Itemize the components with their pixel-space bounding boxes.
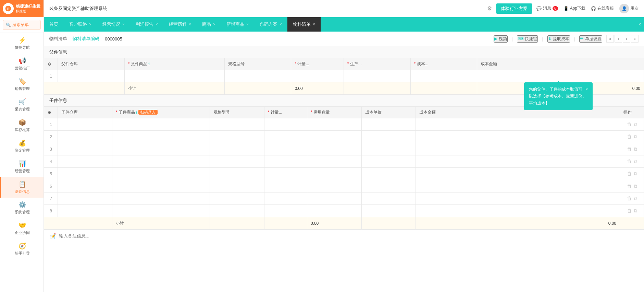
tab-customers[interactable]: 客户联络 × — [64, 17, 97, 32]
child-col-settings[interactable]: ⚙ — [44, 107, 58, 118]
bottom-note-area: 📝 — [44, 230, 644, 242]
tab-new-products-close[interactable]: × — [246, 22, 249, 27]
parent-col-settings[interactable]: ⚙ — [44, 58, 58, 70]
first-doc-button[interactable]: « — [606, 35, 614, 43]
tab-history[interactable]: 经营历程 × — [163, 17, 197, 32]
purchase-label: 采购管理 — [15, 107, 30, 112]
sidebar-item-quick-nav[interactable]: ⚡ 快捷导航 — [0, 33, 44, 54]
app-download-item[interactable]: 📱 App下载 — [564, 5, 585, 11]
breadcrumb: 物料清单 — [49, 36, 67, 42]
tab-products-close[interactable]: × — [213, 22, 215, 27]
parent-col-cost: * 成本... — [410, 58, 477, 70]
child-row-1-warehouse[interactable] — [58, 118, 112, 131]
scan-button[interactable]: 扫码录入 — [138, 110, 158, 115]
child-row-1-quantity[interactable] — [307, 118, 361, 131]
search-menu-button[interactable]: 🔍 搜索菜单 — [3, 20, 41, 30]
delete-icon[interactable]: 🗑 — [627, 146, 632, 152]
tab-bom[interactable]: 物料清单 × — [287, 17, 321, 32]
copy-icon[interactable]: ⧉ — [634, 134, 637, 140]
child-row-1-cost-amount[interactable] — [416, 118, 620, 131]
tab-home[interactable]: 首页 — [44, 17, 64, 32]
child-row-1-unit[interactable] — [264, 118, 307, 131]
child-row-1-product[interactable] — [112, 118, 210, 131]
child-col-quantity: * 需用数量 — [307, 107, 361, 118]
sidebar-item-system[interactable]: ⚙️ 系统管理 — [0, 198, 44, 218]
tab-barcode[interactable]: 条码方案 × — [254, 17, 287, 32]
extract-cost-button[interactable]: ⬇ 提取成本 — [547, 35, 570, 43]
child-row-1-spec[interactable] — [210, 118, 264, 131]
delete-icon[interactable]: 🗑 — [627, 208, 632, 214]
quick-nav-label: 快捷导航 — [15, 45, 30, 50]
nav-tabs: 首页 客户联络 × 经营情况 × 利润报告 × 经营历程 × 商品 × 新增商品… — [44, 17, 644, 32]
note-input[interactable] — [59, 233, 639, 238]
child-row-2-product[interactable] — [112, 131, 210, 143]
parent-row-1-production[interactable] — [344, 70, 410, 82]
user-item[interactable]: 👤 用友 — [619, 4, 639, 13]
delete-icon[interactable]: 🗑 — [627, 183, 632, 189]
child-row-2-warehouse[interactable] — [58, 131, 112, 143]
tab-profit[interactable]: 利润报告 × — [130, 17, 163, 32]
brand-sub: 标准版 — [16, 9, 40, 13]
copy-icon[interactable]: ⧉ — [634, 159, 637, 164]
parent-row-1-product[interactable] — [124, 70, 224, 82]
trial-button[interactable]: 体验行业方案 — [496, 3, 532, 14]
enterprise-icon: 🤝 — [18, 222, 26, 229]
copy-icon[interactable]: ⧉ — [634, 208, 637, 214]
close-all-tabs[interactable]: × — [636, 22, 644, 27]
sidebar-item-enterprise[interactable]: 🤝 企业协同 — [0, 218, 44, 239]
tab-products[interactable]: 商品 × — [197, 17, 221, 32]
parent-row-1-warehouse[interactable] — [58, 70, 125, 82]
sidebar-item-inventory[interactable]: 📦 库存核算 — [0, 115, 44, 136]
sidebar-item-sales[interactable]: 🏷️ 销售管理 — [0, 74, 44, 95]
single-settings-button[interactable]: ☰ 单据设置 — [579, 35, 602, 43]
prev-doc-button[interactable]: ‹ — [615, 35, 622, 43]
copy-icon[interactable]: ⧉ — [634, 183, 637, 189]
parent-subtotal-unit: 0.00 — [291, 82, 344, 95]
marketing-icon: 📢 — [18, 57, 26, 65]
settings-icon[interactable]: ⚙ — [487, 5, 492, 12]
headset-icon: 🎧 — [591, 6, 596, 11]
tab-operations-close[interactable]: × — [122, 22, 125, 27]
tab-history-close[interactable]: × — [189, 22, 191, 27]
sidebar-item-guide[interactable]: 🧭 新手引导 — [0, 239, 44, 259]
table-row: 1 🗑 — [44, 118, 644, 131]
sidebar-item-purchase[interactable]: 🛒 采购管理 — [0, 95, 44, 115]
parent-row-1-spec[interactable] — [224, 70, 291, 82]
tab-customers-close[interactable]: × — [89, 22, 91, 27]
tab-barcode-close[interactable]: × — [280, 22, 282, 27]
sidebar-item-basic-info[interactable]: 📋 基础信息 — [0, 177, 44, 198]
table-row: 5 🗑 ⧉ — [44, 168, 644, 180]
sidebar-item-marketing[interactable]: 📢 营销推广 — [0, 54, 44, 74]
delete-icon[interactable]: 🗑 — [627, 196, 632, 201]
online-service-item[interactable]: 🎧 在线客服 — [591, 5, 614, 11]
shortcut-button[interactable]: ⌨ 快捷键 — [517, 35, 538, 43]
view-video-button[interactable]: ▶ 视频 — [494, 35, 508, 43]
tab-profit-close[interactable]: × — [156, 22, 158, 27]
tab-bom-close[interactable]: × — [313, 22, 315, 27]
delete-icon[interactable]: 🗑 — [627, 134, 632, 140]
delete-icon[interactable]: 🗑 — [627, 121, 632, 127]
tab-new-products[interactable]: 新增商品 × — [221, 17, 254, 32]
child-section: 子件信息 ⚙ 子件仓库 * — [44, 95, 644, 230]
tooltip-close-button[interactable]: × — [585, 86, 588, 93]
parent-row-1-cost[interactable] — [410, 70, 477, 82]
delete-icon[interactable]: 🗑 — [627, 159, 632, 164]
copy-icon[interactable]: ⧉ — [634, 171, 637, 177]
copy-icon[interactable]: ⧉ — [634, 121, 637, 127]
tab-operations[interactable]: 经营情况 × — [97, 17, 130, 32]
copy-icon[interactable]: ⧉ — [634, 146, 637, 152]
parent-row-1-unit[interactable] — [291, 70, 344, 82]
copy-icon[interactable]: ⧉ — [634, 196, 637, 201]
tab-profit-label: 利润报告 — [136, 21, 153, 27]
marketing-label: 营销推广 — [15, 66, 30, 71]
next-doc-button[interactable]: › — [623, 35, 630, 43]
child-row-1-unit-price[interactable] — [361, 118, 416, 131]
message-item[interactable]: 💬 消息 6 — [536, 5, 558, 11]
sidebar-item-operations[interactable]: 📊 经营管理 — [0, 156, 44, 177]
tab-customers-label: 客户联络 — [69, 21, 87, 27]
last-doc-button[interactable]: » — [631, 35, 639, 43]
table-row: 3 🗑 ⧉ — [44, 143, 644, 155]
parent-row-1-cost-amount[interactable] — [477, 70, 644, 82]
sidebar-item-finance[interactable]: 💰 资金管理 — [0, 136, 44, 156]
delete-icon[interactable]: 🗑 — [627, 171, 632, 177]
